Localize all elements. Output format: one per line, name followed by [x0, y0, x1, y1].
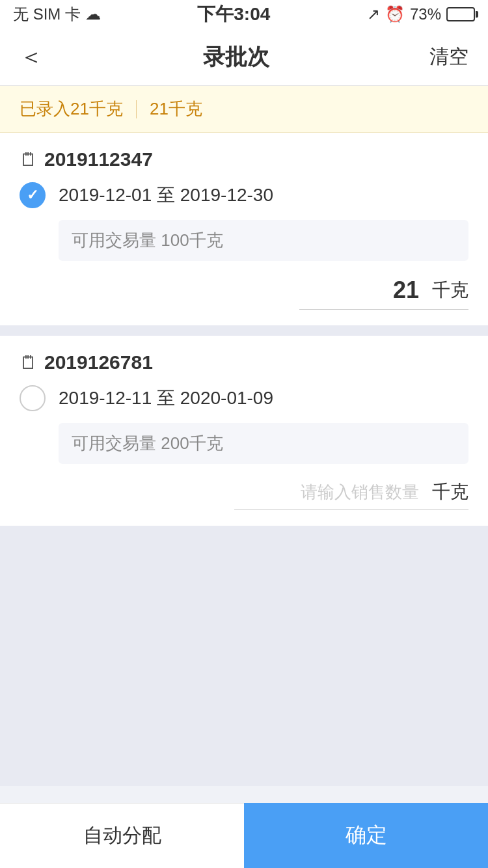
quantity-input-1[interactable]	[367, 277, 419, 304]
status-bar: 无 SIM 卡 ☁ 下午3:04 ↗ ⏰ 73%	[0, 0, 488, 29]
batch-id-2: 2019126781	[44, 351, 153, 373]
status-right: ↗ ⏰ 73%	[367, 5, 475, 23]
battery-percent: 73%	[410, 5, 441, 23]
back-button[interactable]: ＜	[20, 41, 43, 73]
section-divider	[0, 325, 488, 336]
info-divider	[136, 100, 137, 118]
location-icon: ↗	[367, 5, 380, 23]
batch-icon-1: 🗒	[20, 149, 38, 170]
auto-distribute-button[interactable]: 自动分配	[0, 803, 244, 868]
nav-bar: ＜ 录批次 清空	[0, 29, 488, 86]
battery-icon	[446, 7, 475, 21]
footer: 自动分配 确定	[0, 803, 488, 868]
batch-card-2: 🗒 2019126781 2019-12-11 至 2020-01-09 可用交…	[0, 336, 488, 526]
unit-label-1: 千克	[432, 278, 468, 303]
sim-label: 无 SIM 卡 ☁	[13, 4, 101, 25]
unit-label-2: 千克	[432, 480, 468, 504]
radio-1[interactable]	[20, 182, 46, 208]
batch-date-1: 2019-12-01 至 2019-12-30	[59, 183, 273, 208]
radio-2[interactable]	[20, 385, 46, 411]
batch-date-2: 2019-12-11 至 2020-01-09	[59, 386, 273, 411]
recorded-value: 21千克	[150, 98, 202, 120]
batch-card-1: 🗒 2019112347 2019-12-01 至 2019-12-30 可用交…	[0, 133, 488, 325]
batch-icon-2: 🗒	[20, 352, 38, 373]
status-time: 下午3:04	[197, 2, 270, 27]
recorded-label: 已录入21千克	[20, 98, 123, 120]
batch-header-1: 🗒 2019112347	[0, 133, 488, 177]
quantity-input-2[interactable]	[289, 481, 419, 502]
status-left: 无 SIM 卡 ☁	[13, 4, 101, 25]
batch-header-2: 🗒 2019126781	[0, 336, 488, 380]
avail-box-1: 可用交易量 100千克	[59, 220, 468, 261]
avail-box-2: 可用交易量 200千克	[59, 423, 468, 464]
clear-button[interactable]: 清空	[429, 44, 468, 70]
alarm-icon: ⏰	[385, 5, 405, 23]
page-title: 录批次	[203, 42, 269, 72]
bottom-empty-area	[0, 526, 488, 786]
batch-row-2[interactable]: 2019-12-11 至 2020-01-09	[0, 380, 488, 416]
info-banner: 已录入21千克 21千克	[0, 86, 488, 133]
batch-id-1: 2019112347	[44, 148, 153, 170]
batch-row-1[interactable]: 2019-12-01 至 2019-12-30	[0, 177, 488, 213]
confirm-button[interactable]: 确定	[244, 803, 488, 868]
